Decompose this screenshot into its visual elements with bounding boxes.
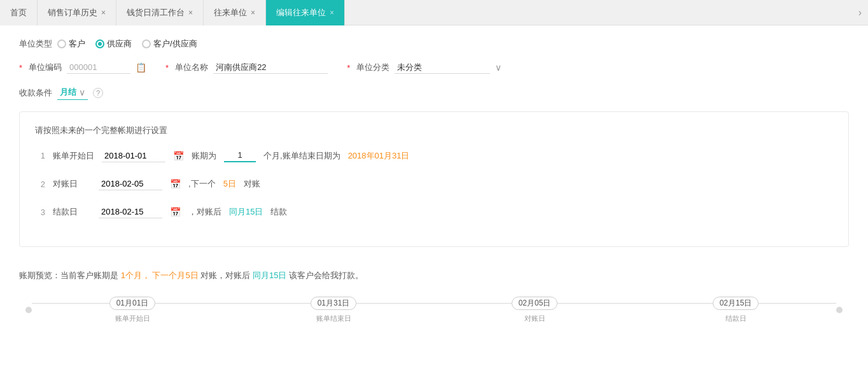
row-3-label: 结款日 xyxy=(53,206,91,218)
tab-edit-partner[interactable]: 编辑往来单位 × xyxy=(266,0,345,25)
row-2-number: 2 xyxy=(35,179,45,189)
tl-line-2b xyxy=(356,303,434,304)
unit-type-row: 单位类型 客户 供应商 客户/供应商 xyxy=(19,38,849,50)
tabs-bar: 首页 销售订单历史 × 钱货日清工作台 × 往来单位 × 编辑往来单位 × › xyxy=(0,0,868,25)
unit-code-label: 单位编码 xyxy=(29,62,62,73)
radio-supplier[interactable]: 供应商 xyxy=(95,38,132,50)
row-1-desc-mid: 个月,账单结束日期为 xyxy=(263,150,340,162)
unit-code-field: * 单位编码 📋 xyxy=(19,61,146,74)
tl-line-2a xyxy=(233,303,311,304)
tab-edit-partner-close[interactable]: × xyxy=(330,8,334,17)
preview-text: 账期预览：当前客户账期是 1个月， 下一个月5日 对账，对账后 同月15日 该客… xyxy=(19,270,849,281)
unit-category-field: * 单位分类 ∨ xyxy=(347,61,501,74)
row-1-number: 1 xyxy=(35,151,45,160)
payment-condition-dropdown[interactable]: 月结 ∨ xyxy=(57,85,88,100)
tl-label-2: 账单结束日 xyxy=(316,314,351,323)
tab-sales-history[interactable]: 销售订单历史 × xyxy=(38,0,116,25)
months-input[interactable] xyxy=(224,149,256,162)
row-2-highlight: 5日 xyxy=(223,178,236,190)
preview-prefix: 账期预览：当前客户账期是 xyxy=(19,271,118,280)
tl-line-1a xyxy=(32,303,109,304)
tl-line-1b xyxy=(155,303,233,304)
tab-cash-work-close[interactable]: × xyxy=(188,8,193,17)
row-2-desc-pre: ,下一个 xyxy=(188,178,216,190)
payment-date-input[interactable] xyxy=(99,206,162,218)
unit-category-label: 单位分类 xyxy=(356,62,389,73)
tab-partner-unit-close[interactable]: × xyxy=(251,8,255,17)
timeline-segment-1-line: 01月01日 xyxy=(32,297,233,310)
timeline-segment-4-line: 02月15日 xyxy=(635,297,836,310)
radio-customer-supplier-circle xyxy=(142,39,151,48)
timeline-segment-4: 02月15日 结款日 xyxy=(635,297,836,323)
reconcile-date-input[interactable] xyxy=(99,178,162,190)
unit-type-radio-group: 客户 供应商 客户/供应商 xyxy=(57,38,197,50)
tab-sales-history-close[interactable]: × xyxy=(101,8,106,17)
tab-edit-partner-label: 编辑往来单位 xyxy=(276,7,326,18)
setting-row-1: 1 账单开始日 📅 账期为 个月,账单结束日期为 2018年01月31日 xyxy=(35,149,833,162)
radio-customer[interactable]: 客户 xyxy=(57,38,85,50)
reconcile-date-calendar-icon[interactable]: 📅 xyxy=(170,179,181,189)
tab-partner-unit-label: 往来单位 xyxy=(214,7,247,18)
timeline-segment-2: 01月31日 账单结束日 xyxy=(233,297,434,323)
row-1-end-date: 2018年01月31日 xyxy=(348,150,410,162)
unit-type-field: 单位类型 客户 供应商 客户/供应商 xyxy=(19,38,197,50)
row-3-highlight: 同月15日 xyxy=(229,206,263,218)
row-3-number: 3 xyxy=(35,208,45,217)
timeline-left-dot xyxy=(25,307,32,313)
payment-condition-row: 收款条件 月结 ∨ ? xyxy=(19,85,849,100)
timeline: 01月01日 账单开始日 01月31日 账单结束日 02月05日 xyxy=(19,297,849,323)
payment-condition-value: 月结 xyxy=(60,87,76,98)
radio-supplier-label: 供应商 xyxy=(107,38,132,50)
timeline-segment-2-line: 01月31日 xyxy=(233,297,434,310)
unit-name-field: * 单位名称 xyxy=(165,61,328,74)
tab-partner-unit[interactable]: 往来单位 × xyxy=(204,0,266,25)
tabs-scroll-arrow[interactable]: › xyxy=(852,7,868,18)
unit-name-input[interactable] xyxy=(213,61,328,74)
unit-type-label: 单位类型 xyxy=(19,38,52,50)
tab-home[interactable]: 首页 xyxy=(0,0,38,25)
setting-row-3: 3 结款日 📅 ，对账后 同月15日 结款 xyxy=(35,206,833,218)
settings-panel: 请按照未来的一个完整帐期进行设置 1 账单开始日 📅 账期为 个月,账单结束日期… xyxy=(19,111,849,247)
unit-category-dropdown-icon[interactable]: ∨ xyxy=(495,62,501,73)
unit-code-copy-icon[interactable]: 📋 xyxy=(136,62,146,73)
preview-part2: 下一个月5日 xyxy=(152,271,198,280)
radio-customer-supplier[interactable]: 客户/供应商 xyxy=(142,38,197,50)
preview-part3: 同月15日 xyxy=(253,271,286,280)
preview-section: 账期预览：当前客户账期是 1个月， 下一个月5日 对账，对账后 同月15日 该客… xyxy=(19,260,849,323)
radio-customer-label: 客户 xyxy=(69,38,85,50)
unit-name-label: 单位名称 xyxy=(175,62,208,73)
unit-category-required: * xyxy=(347,63,350,73)
payment-condition-label: 收款条件 xyxy=(19,87,52,99)
radio-customer-supplier-label: 客户/供应商 xyxy=(153,38,197,50)
panel-title: 请按照未来的一个完整帐期进行设置 xyxy=(35,125,833,136)
timeline-dot-end xyxy=(836,307,843,313)
unit-code-required: * xyxy=(19,63,22,73)
tl-label-1: 账单开始日 xyxy=(115,314,150,323)
tl-line-3b xyxy=(557,303,635,304)
payment-condition-dropdown-icon: ∨ xyxy=(79,87,85,97)
unit-category-input[interactable] xyxy=(395,61,490,74)
timeline-segment-3-line: 02月05日 xyxy=(434,297,635,310)
tab-cash-work-label: 钱货日清工作台 xyxy=(127,7,185,18)
start-date-calendar-icon[interactable]: 📅 xyxy=(173,151,184,161)
payment-condition-help-icon[interactable]: ? xyxy=(93,88,103,98)
tl-badge-1: 01月01日 xyxy=(109,297,156,310)
payment-condition-field: 收款条件 月结 ∨ ? xyxy=(19,85,103,100)
tl-line-3a xyxy=(434,303,512,304)
tl-label-3: 对账日 xyxy=(524,314,545,323)
tl-badge-2: 01月31日 xyxy=(311,297,357,310)
tl-badge-4: 02月15日 xyxy=(713,297,759,310)
row-1-label: 账单开始日 xyxy=(53,150,94,162)
tab-cash-work[interactable]: 钱货日清工作台 × xyxy=(116,0,204,25)
radio-customer-circle xyxy=(57,39,66,48)
row-3-desc-pre: ，对账后 xyxy=(188,206,221,218)
payment-date-calendar-icon[interactable]: 📅 xyxy=(170,207,181,217)
unit-code-input[interactable] xyxy=(67,61,130,74)
row-2-label: 对账日 xyxy=(53,178,91,190)
tl-line-4a xyxy=(635,303,713,304)
tl-line-4b xyxy=(759,303,836,304)
start-date-input[interactable] xyxy=(102,150,165,162)
row-1-desc-pre: 账期为 xyxy=(192,150,216,162)
preview-part1: 1个月， xyxy=(121,271,150,280)
tab-home-label: 首页 xyxy=(10,7,27,18)
